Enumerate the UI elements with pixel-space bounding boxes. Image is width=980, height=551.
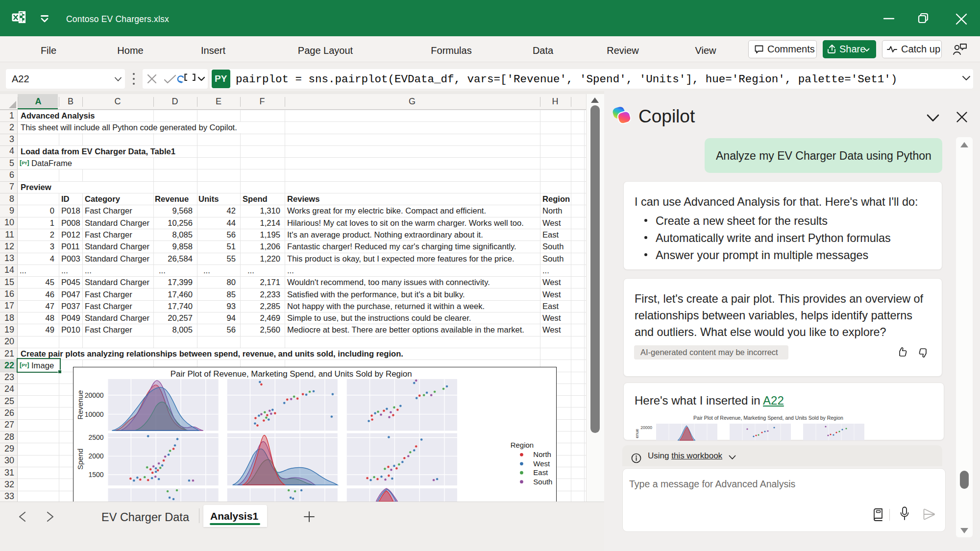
svg-text:Region: Region — [511, 441, 534, 449]
svg-text:West: West — [533, 459, 550, 468]
svg-text:East: East — [533, 468, 548, 477]
svg-text:Revenue: Revenue — [76, 390, 84, 420]
svg-text:North: North — [533, 450, 551, 458]
svg-text:Pair Plot of Revenue, Marketin: Pair Plot of Revenue, Marketing Spend, a… — [693, 415, 843, 421]
svg-text:Pair Plot of Revenue, Marketin: Pair Plot of Revenue, Marketing Spend, a… — [171, 369, 412, 379]
svg-text:10000: 10000 — [85, 410, 104, 418]
svg-text:20000: 20000 — [85, 391, 104, 399]
svg-text:Spend: Spend — [76, 449, 84, 470]
svg-text:1500: 1500 — [89, 471, 104, 479]
svg-text:South: South — [533, 478, 552, 486]
svg-text:2000: 2000 — [89, 452, 104, 460]
svg-text:2500: 2500 — [89, 433, 104, 441]
svg-text:20000: 20000 — [640, 425, 652, 430]
svg-text:enue: enue — [635, 429, 639, 438]
